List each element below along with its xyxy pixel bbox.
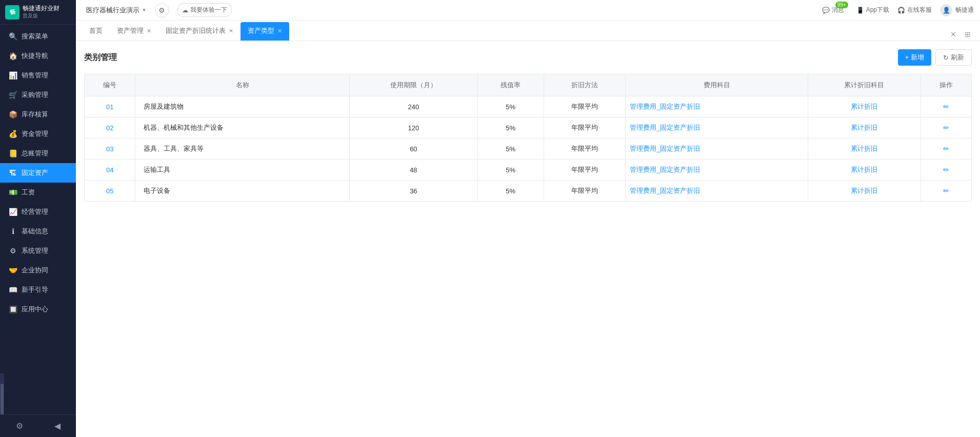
basic-info-icon: ℹ xyxy=(8,227,17,236)
settings-footer-icon[interactable]: ⚙ xyxy=(14,419,25,433)
sidebar-item-payroll[interactable]: 💵 工资 xyxy=(0,183,76,202)
cell-accum-subject: 累计折旧 xyxy=(808,160,921,181)
online-service-item[interactable]: 🎧 在线客服 xyxy=(897,6,932,14)
cell-period: 60 xyxy=(350,138,477,160)
settings-button[interactable]: ⚙ xyxy=(155,3,169,17)
cell-action[interactable]: ✏ xyxy=(921,181,971,202)
table-row: 05 电子设备 36 5% 年限平均 管理费用_固定资产折旧 累计折旧 ✏ xyxy=(85,181,972,202)
search-icon: 🔍 xyxy=(8,32,17,41)
tab-close-icon[interactable]: ✕ xyxy=(147,28,151,34)
guide-icon: 📖 xyxy=(8,285,17,294)
avatar: 👤 xyxy=(940,4,952,16)
headset-icon: 🎧 xyxy=(897,7,905,14)
sidebar-header: 畅 畅捷通好业财 普及版 xyxy=(0,0,76,25)
message-item[interactable]: 💬 消息 99+ xyxy=(822,6,844,14)
edit-icon[interactable]: ✏ xyxy=(943,124,949,132)
edit-icon[interactable]: ✏ xyxy=(943,187,949,195)
table-row: 04 运输工具 48 5% 年限平均 管理费用_固定资产折旧 累计折旧 ✏ xyxy=(85,160,972,181)
sidebar-item-quick-nav[interactable]: 🏠 快捷导航 xyxy=(0,46,76,66)
cell-accum-subject: 累计折旧 xyxy=(808,181,921,202)
sidebar-item-operations[interactable]: 📈 经营管理 xyxy=(0,202,76,222)
app-title-group: 畅捷通好业财 普及版 xyxy=(23,5,59,20)
cell-id: 05 xyxy=(85,181,135,202)
edit-icon[interactable]: ✏ xyxy=(943,103,949,111)
sidebar-item-capital[interactable]: 💰 资金管理 xyxy=(0,124,76,144)
cloud-icon: ☁ xyxy=(182,7,188,14)
cell-action[interactable]: ✏ xyxy=(921,96,971,117)
tab-close-icon[interactable]: ✕ xyxy=(229,28,233,34)
sidebar-nav: 🔍 搜索菜单 🏠 快捷导航 📊 销售管理 🛒 采购管理 📦 库存核算 💰 资金管… xyxy=(0,25,76,373)
cell-name: 房屋及建筑物 xyxy=(135,96,350,117)
tabs-bar: 首页资产管理✕固定资产折旧统计表✕资产类型✕ ✕ ⊞ xyxy=(76,21,980,41)
topbar-right: 💬 消息 99+ 📱 App下载 🎧 在线客服 👤 畅捷通 xyxy=(822,4,974,16)
sidebar-item-inventory[interactable]: 📦 库存核算 xyxy=(0,105,76,124)
expand-window-button[interactable]: ⊞ xyxy=(962,28,974,41)
cell-id: 04 xyxy=(85,160,135,181)
cell-accum-subject: 累计折旧 xyxy=(808,117,921,138)
cell-method: 年限平均 xyxy=(544,117,625,138)
message-badge: 99+ xyxy=(835,2,848,8)
app-edition: 普及版 xyxy=(23,12,59,19)
cell-salvage-rate: 5% xyxy=(477,117,544,138)
sidebar-item-enterprise[interactable]: 🤝 企业协同 xyxy=(0,261,76,280)
tab-asset-mgmt[interactable]: 资产管理✕ xyxy=(110,22,158,41)
sidebar-item-app-center[interactable]: 🔲 应用中心 xyxy=(0,300,76,319)
sidebar-footer: ⚙ ◀ xyxy=(0,414,76,437)
sidebar-item-fixed-asset[interactable]: 🏗 固定资产 xyxy=(0,163,76,183)
cell-expense-subject: 管理费用_固定资产折旧 xyxy=(626,138,808,160)
app-download-label: App下载 xyxy=(866,6,889,14)
content-area: 类别管理 + 新增 ↻ 刷新 编号名称使用期限（月）残值率折旧方法费用科目累计折… xyxy=(76,41,980,437)
sidebar-item-guide[interactable]: 📖 新手引导 xyxy=(0,280,76,300)
table-row: 03 器具、工具、家具等 60 5% 年限平均 管理费用_固定资产折旧 累计折旧… xyxy=(85,138,972,160)
cell-action[interactable]: ✏ xyxy=(921,117,971,138)
table-row: 01 房屋及建筑物 240 5% 年限平均 管理费用_固定资产折旧 累计折旧 ✏ xyxy=(85,96,972,117)
tab-fixed-asset-depreciation[interactable]: 固定资产折旧统计表✕ xyxy=(158,22,241,41)
sidebar-scrollbar[interactable] xyxy=(0,373,4,414)
col-header: 操作 xyxy=(921,74,971,96)
table-header: 编号名称使用期限（月）残值率折旧方法费用科目累计折旧科目操作 xyxy=(85,74,972,96)
close-window-button[interactable]: ✕ xyxy=(947,28,959,41)
sales-icon: 📊 xyxy=(8,71,17,80)
scrollbar-thumb xyxy=(1,384,4,414)
sidebar-item-ledger[interactable]: 📒 总账管理 xyxy=(0,144,76,163)
sidebar-item-label: 销售管理 xyxy=(22,71,48,80)
col-header: 费用科目 xyxy=(626,74,808,96)
col-header: 残值率 xyxy=(477,74,544,96)
experience-button[interactable]: ☁ 我要体验一下 xyxy=(177,3,232,17)
tab-home[interactable]: 首页 xyxy=(82,22,110,41)
sidebar-item-label: 基础信息 xyxy=(22,227,48,236)
app-download-item[interactable]: 📱 App下载 xyxy=(856,6,889,14)
refresh-button[interactable]: ↻ 刷新 xyxy=(935,49,972,66)
new-button[interactable]: + 新增 xyxy=(898,49,931,66)
edit-icon[interactable]: ✏ xyxy=(943,145,949,153)
cell-action[interactable]: ✏ xyxy=(921,138,971,160)
cell-period: 48 xyxy=(350,160,477,181)
download-icon: 📱 xyxy=(856,7,864,14)
logo-text: 畅 xyxy=(10,8,15,16)
col-header: 累计折旧科目 xyxy=(808,74,921,96)
tab-label: 资产管理 xyxy=(117,26,144,35)
purchase-icon: 🛒 xyxy=(8,90,17,100)
tab-close-icon[interactable]: ✕ xyxy=(277,28,282,34)
col-header: 折旧方法 xyxy=(544,74,625,96)
sidebar-item-label: 采购管理 xyxy=(22,90,48,100)
sidebar-item-label: 资金管理 xyxy=(22,129,48,138)
user-item[interactable]: 👤 畅捷通 xyxy=(940,4,974,16)
main-area: 医疗器械行业演示 ▼ ⚙ ☁ 我要体验一下 💬 消息 99+ 📱 App下载 🎧… xyxy=(76,0,980,437)
cell-action[interactable]: ✏ xyxy=(921,160,971,181)
collapse-footer-icon[interactable]: ◀ xyxy=(52,419,63,433)
edit-icon[interactable]: ✏ xyxy=(943,166,949,174)
dropdown-icon: ▼ xyxy=(142,7,147,13)
sidebar-item-label: 搜索菜单 xyxy=(22,32,48,41)
sidebar-item-basic-info[interactable]: ℹ 基础信息 xyxy=(0,222,76,241)
company-name: 医疗器械行业演示 xyxy=(86,6,139,15)
sidebar-item-purchase[interactable]: 🛒 采购管理 xyxy=(0,85,76,105)
col-header: 编号 xyxy=(85,74,135,96)
tab-label: 首页 xyxy=(89,26,103,35)
sidebar-item-sales[interactable]: 📊 销售管理 xyxy=(0,66,76,85)
sidebar-item-system[interactable]: ⚙ 系统管理 xyxy=(0,241,76,261)
company-selector[interactable]: 医疗器械行业演示 ▼ xyxy=(82,4,151,17)
sidebar: 畅 畅捷通好业财 普及版 🔍 搜索菜单 🏠 快捷导航 📊 销售管理 🛒 采购管理… xyxy=(0,0,76,437)
sidebar-item-search[interactable]: 🔍 搜索菜单 xyxy=(0,27,76,46)
tab-asset-type[interactable]: 资产类型✕ xyxy=(241,22,289,41)
